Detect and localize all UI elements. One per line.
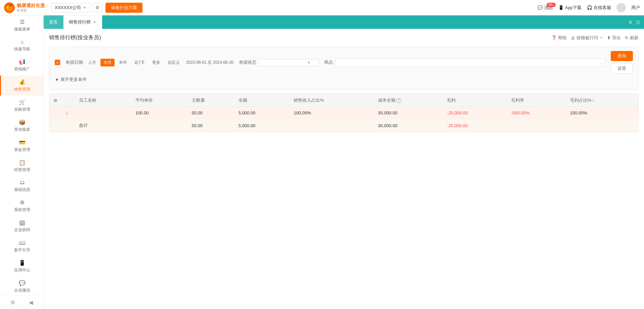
logo-text: 畅康通好生意 标准版	[17, 3, 45, 12]
sidebar-item-system[interactable]: ⚙ 系统管理	[0, 196, 43, 216]
goods-input[interactable]	[335, 58, 605, 67]
company-name: XXXXXX公司	[55, 5, 81, 11]
date-tab-more[interactable]: 更多	[149, 59, 163, 66]
export-button[interactable]: ⬆ 导出	[607, 35, 621, 41]
main-area: ☰ 搜索菜单 ⌂ 快捷导航 📢 营销推广 💰 销售管理 🛒 采购管理	[0, 15, 644, 309]
col-gross-pct: 毛利占比%⇅	[566, 94, 638, 107]
finance-icon: 💳	[19, 139, 26, 146]
app-download-label: App下载	[565, 5, 582, 11]
tab-home-label: 首页	[49, 19, 58, 25]
date-tab-7days[interactable]: 近7天	[131, 59, 148, 66]
table-footer-row: 合计 50.00 5,000.00 30,000.00 -25,000.00	[49, 119, 638, 132]
sidebar-item-guide[interactable]: 📖 新手引导	[0, 236, 43, 256]
logo-icon: 🍊	[4, 2, 15, 13]
date-label: 单据日期	[66, 59, 83, 65]
marketing-icon: 📢	[19, 59, 26, 65]
tab-home[interactable]: 首页	[44, 15, 63, 29]
sort-icon[interactable]: ⇅	[592, 99, 595, 102]
logo-sub: 标准版	[17, 8, 45, 12]
logo-name: 畅康通好生意	[17, 3, 45, 8]
sidebar-item-operation[interactable]: 📋 经营管理	[0, 156, 43, 176]
sales-table: ⚙ 员工名称 平均单价 主数量 全额 销售收入占比% 成本全额?	[49, 94, 638, 132]
collapse-icon[interactable]: ◀	[29, 299, 33, 306]
chevron-down-icon: ▼	[55, 77, 59, 82]
sidebar-item-label: 快捷导航	[14, 46, 30, 52]
top-bar: 🍊 畅康通好生意 标准版 XXXXXX公司 ▼ ⚙ 体验行业方案 💬 消息 99…	[0, 0, 644, 15]
sidebar-item-label: 企业协同	[14, 227, 30, 233]
footer-amount: 5,000.00	[234, 119, 290, 132]
date-tab-current-year[interactable]: 本年	[116, 59, 130, 66]
sidebar-item-label: 系统管理	[14, 207, 30, 213]
filter-toggle-icon[interactable]: »	[55, 60, 60, 65]
more-icon[interactable]: ...	[599, 60, 603, 65]
footer-quantity: 50.00	[188, 119, 234, 132]
sidebar-item-quicknav[interactable]: ⌂ 快捷导航	[0, 36, 43, 55]
refresh-icon: ↻	[625, 35, 629, 40]
help-button[interactable]: ❓ 帮助	[551, 35, 567, 41]
date-tab-current-month[interactable]: 本月	[100, 59, 115, 66]
print-chevron-icon: ▼	[600, 36, 603, 40]
sidebar: ☰ 搜索菜单 ⌂ 快捷导航 📢 营销推广 💰 销售管理 🛒 采购管理	[0, 15, 44, 309]
sales-icon: 💰	[19, 79, 26, 85]
table-wrapper: ⚙ 员工名称 平均单价 主数量 全额 销售收入占比% 成本全额?	[49, 94, 639, 132]
settings-button[interactable]: 设置	[611, 63, 633, 74]
filter-goods: 商品 ...	[324, 58, 605, 67]
sidebar-item-wechat[interactable]: 💬 企业微信	[0, 276, 43, 296]
table-settings-icon[interactable]: ⚙	[53, 98, 57, 103]
window-maximize-icon[interactable]: ⊡	[636, 19, 640, 25]
cell-sales-pct: 100.00%	[290, 107, 374, 119]
sidebar-item-sales[interactable]: 💰 销售管理	[0, 75, 43, 96]
date-tab-custom[interactable]: 自定义	[165, 59, 183, 66]
sidebar-item-label: 经营管理	[14, 167, 30, 173]
sidebar-item-label: 资金管理	[14, 147, 30, 153]
window-close-icon[interactable]: ✕	[628, 19, 633, 25]
expand-row: ▼ 展开更多条件	[55, 74, 633, 85]
status-select[interactable]: ▼	[258, 59, 319, 66]
tab-close-icon[interactable]: ×	[93, 19, 96, 25]
sidebar-item-label: 营销推广	[14, 66, 30, 72]
cell-gross: -25,000.00	[443, 107, 507, 119]
print-button[interactable]: 🖨 按模板打印 ▼	[571, 35, 603, 41]
settings-icon[interactable]: ⚙	[93, 3, 102, 12]
sidebar-item-label: 销售管理	[14, 87, 30, 92]
sidebar-item-label: 库存核算	[14, 127, 30, 133]
filter-status: 单据状态 ▼	[239, 59, 319, 66]
date-tab-prev-month[interactable]: 上月	[85, 59, 99, 66]
sidebar-item-appstore[interactable]: 📱 应用中心	[0, 256, 43, 276]
username: 用户	[631, 5, 640, 11]
query-button[interactable]: 查询	[611, 51, 633, 61]
tab-sales-ranking[interactable]: 销售排行榜 ×	[63, 15, 102, 29]
avatar[interactable]	[616, 3, 626, 12]
sidebar-item-search[interactable]: ☰ 搜索菜单	[0, 15, 43, 36]
trial-button[interactable]: 体验行业方案	[105, 3, 142, 13]
sidebar-item-basics[interactable]: 🗂 基础信息	[0, 176, 43, 196]
footer-gross-pct	[566, 119, 638, 132]
chevron-down-icon: ▼	[307, 61, 310, 64]
print-label: 按模板打印	[576, 35, 598, 41]
bottom-settings-icon[interactable]: ⚙	[10, 299, 15, 306]
cell-amount: 5,000.00	[234, 107, 290, 119]
col-rank	[61, 94, 75, 107]
logo-area: 🍊 畅康通好生意 标准版	[4, 2, 48, 13]
info-icon[interactable]: ?	[396, 98, 401, 103]
footer-sales-pct	[290, 119, 374, 132]
online-service-area[interactable]: 🎧 在线客服	[587, 5, 611, 11]
cell-gross-pct: 100.00%	[566, 107, 638, 119]
refresh-button[interactable]: ↻ 刷新	[625, 35, 639, 41]
app-download-area[interactable]: 📱 App下载	[558, 5, 582, 11]
sidebar-item-inventory[interactable]: 📦 库存核算	[0, 116, 43, 136]
sidebar-item-enterprise[interactable]: 🏢 企业协同	[0, 216, 43, 236]
sidebar-item-finance[interactable]: 💳 资金管理	[0, 136, 43, 156]
wechat-icon: 💬	[19, 280, 26, 286]
message-area[interactable]: 💬 消息 99+	[538, 5, 553, 11]
sidebar-item-label: 企业微信	[14, 288, 30, 293]
print-icon: 🖨	[571, 35, 575, 40]
cell-rank: 1	[61, 107, 75, 119]
expand-button[interactable]: ▼ 展开更多条件	[55, 76, 87, 83]
tab-right-controls: ✕ ⊡	[628, 15, 644, 29]
sidebar-item-purchase[interactable]: 🛒 采购管理	[0, 96, 43, 116]
sidebar-item-marketing[interactable]: 📢 营销推广	[0, 55, 43, 75]
enterprise-icon: 🏢	[19, 219, 26, 226]
company-selector[interactable]: XXXXXX公司 ▼	[51, 3, 90, 12]
date-tabs: 上月 本月 本年 近7天 更多 自定义	[85, 59, 183, 66]
